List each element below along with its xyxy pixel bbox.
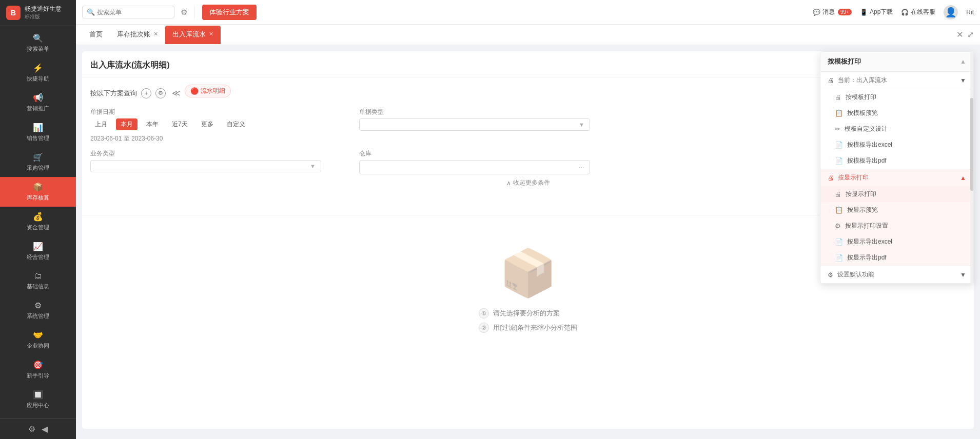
sidebar-item-label: 快捷导航	[27, 75, 49, 83]
set-default-header[interactable]: ⚙ 设置默认功能 ▼	[820, 266, 973, 283]
close-window-icon[interactable]: ✕	[956, 30, 963, 39]
custom-item-icon: ✏	[835, 125, 840, 133]
set-default-arrow: ▼	[960, 271, 966, 278]
message-button[interactable]: 💬 消息 99+	[813, 8, 852, 16]
excel-item-icon: 📄	[835, 141, 843, 149]
industry-solution-button[interactable]: 体验行业方案	[202, 5, 257, 20]
current-template-section: 🖨 当前：出入库流水 ▼	[820, 72, 973, 89]
this-month-btn[interactable]: 本月	[116, 118, 138, 130]
sidebar-item-label: 应用中心	[27, 402, 49, 409]
empty-illustration: 📦	[499, 246, 557, 300]
display-export-pdf-item[interactable]: 📄 按显示导出pdf	[820, 250, 973, 266]
sidebar-item-label: 营销推广	[27, 105, 49, 112]
more-btn[interactable]: 更多	[197, 118, 218, 130]
message-icon: 💬	[813, 9, 820, 16]
tab-batch-close-icon[interactable]: ✕	[153, 31, 158, 37]
display-print-label: 按显示打印	[846, 190, 876, 198]
sidebar-item-sales[interactable]: 📊 销售管理	[0, 117, 76, 147]
settings-footer-icon[interactable]: ⚙	[28, 424, 35, 434]
sales-icon: 📊	[33, 123, 43, 132]
this-year-btn[interactable]: 本年	[142, 118, 163, 130]
pdf-item-icon: 📄	[835, 157, 843, 165]
display-section-label: 按显示打印	[838, 173, 869, 182]
filter-settings-button[interactable]: ⚙	[155, 88, 166, 98]
current-template-header[interactable]: 🖨 当前：出入库流水 ▼	[820, 72, 973, 89]
doctype-select[interactable]: ▼	[359, 118, 590, 131]
custom-btn[interactable]: 自定义	[222, 118, 250, 130]
template-print-item[interactable]: 🖨 按模板打印	[820, 89, 973, 105]
search-box[interactable]: 🔍	[82, 6, 174, 18]
display-excel-icon: 📄	[835, 238, 843, 246]
display-export-excel-label: 按显示导出excel	[847, 237, 892, 246]
warehouse-select[interactable]: ···	[359, 160, 590, 174]
tab-home[interactable]: 首页	[82, 26, 110, 44]
business-filter-label: 业务类型	[90, 149, 347, 158]
online-service-label: 在线客服	[911, 8, 935, 16]
current-template-arrow: ▼	[960, 77, 966, 84]
filter-group-business: 业务类型 ▼	[90, 149, 347, 172]
template-custom-item[interactable]: ✏ 模板自定义设计	[820, 121, 973, 137]
warehouse-filter-label: 仓库	[359, 149, 616, 158]
display-print-header[interactable]: 🖨 按显示打印 ▲	[820, 169, 973, 186]
page-title: 出入库流水(流水明细)	[90, 60, 170, 71]
business-select[interactable]: ▼	[90, 160, 321, 172]
coop-icon: 🤝	[33, 330, 43, 340]
sidebar-item-wechat[interactable]: 💬 企业微信	[0, 414, 76, 418]
sidebar-item-guide[interactable]: 🎯 新手引导	[0, 355, 76, 385]
dropdown-scrollbar-thumb[interactable]	[970, 98, 973, 191]
tab-batch[interactable]: 库存批次账 ✕	[110, 26, 165, 44]
filter-collapse-icon[interactable]: ≪	[172, 88, 181, 98]
collapse-label: 收起更多条件	[513, 178, 550, 187]
tab-flow[interactable]: 出入库流水 ✕	[165, 26, 221, 44]
display-print-settings-item[interactable]: ⚙ 按显示打印设置	[820, 218, 973, 234]
sidebar-item-business[interactable]: 📈 经营管理	[0, 236, 76, 266]
sidebar-item-coop[interactable]: 🤝 企业协同	[0, 325, 76, 355]
display-export-excel-item[interactable]: 📄 按显示导出excel	[820, 234, 973, 250]
preview-item-icon: 📋	[835, 109, 843, 117]
message-badge: 99+	[838, 9, 852, 15]
last7days-btn[interactable]: 近7天	[167, 118, 192, 130]
display-settings-icon: ⚙	[835, 222, 841, 230]
sidebar-item-apps[interactable]: 🔲 应用中心	[0, 385, 76, 414]
template-export-excel-label: 按模板导出excel	[847, 141, 892, 149]
template-export-pdf-item[interactable]: 📄 按模板导出pdf	[820, 153, 973, 169]
avatar[interactable]: 👤	[944, 5, 958, 19]
filter-add-button[interactable]: +	[141, 88, 151, 98]
last-month-btn[interactable]: 上月	[90, 118, 112, 130]
sidebar-item-system[interactable]: ⚙ 系统管理	[0, 295, 76, 325]
expand-icon[interactable]: ⤢	[967, 30, 974, 39]
sidebar-item-search[interactable]: 🔍 搜索菜单	[0, 28, 76, 58]
empty-steps: ① 请先选择要分析的方案 ② 用[过滤]条件来缩小分析范围	[479, 308, 577, 333]
shortcut-icon: ⚡	[33, 63, 43, 73]
apps-icon: 🔲	[33, 390, 43, 400]
sidebar-item-finance[interactable]: 💰 资金管理	[0, 207, 76, 236]
filter-label: 按以下方案查询	[90, 89, 137, 98]
collapse-sidebar-icon[interactable]: ◀	[42, 424, 48, 434]
sidebar-item-label: 销售管理	[27, 134, 49, 142]
online-service-button[interactable]: 🎧 在线客服	[901, 8, 935, 16]
sidebar-item-inventory[interactable]: 📦 库存核算	[0, 177, 76, 207]
sidebar-item-basic[interactable]: 🗂 基础信息	[0, 266, 76, 295]
template-export-pdf-label: 按模板导出pdf	[847, 156, 887, 165]
date-filter-label: 单据日期	[90, 108, 347, 116]
app-name: 畅捷通好生意	[25, 5, 62, 13]
display-preview-item[interactable]: 📋 按显示预览	[820, 202, 973, 218]
date-quick-buttons: 上月 本月 本年 近7天 更多 自定义	[90, 118, 347, 130]
sidebar-item-purchase[interactable]: 🛒 采购管理	[0, 147, 76, 177]
sidebar-item-marketing[interactable]: 📢 营销推广	[0, 88, 76, 117]
search-input[interactable]	[97, 9, 159, 16]
app-download-button[interactable]: 📱 App下载	[860, 8, 893, 16]
display-print-item[interactable]: 🖨 按显示打印	[820, 186, 973, 202]
topbar-gear-icon[interactable]: ⚙	[181, 8, 187, 17]
filter-group-warehouse: 仓库 ···	[359, 149, 616, 174]
doctype-dropdown-arrow: ▼	[579, 122, 584, 128]
print-dropdown-close-icon[interactable]: ▲	[960, 58, 966, 65]
display-print-section: 🖨 按显示打印 ▲ 🖨 按显示打印 📋 按显示预览 ⚙ 按显示打印设置 📄 按显…	[820, 169, 973, 266]
template-export-excel-item[interactable]: 📄 按模板导出excel	[820, 137, 973, 153]
sidebar-item-shortcut[interactable]: ⚡ 快捷导航	[0, 58, 76, 88]
tab-flow-close-icon[interactable]: ✕	[209, 31, 213, 37]
template-preview-item[interactable]: 📋 按模板预览	[820, 105, 973, 121]
filter-group-date: 单据日期 上月 本月 本年 近7天 更多 自定义 2023-06-01 至 20…	[90, 108, 347, 143]
sidebar-nav: 🔍 搜索菜单 ⚡ 快捷导航 📢 营销推广 📊 销售管理 🛒 采购管理 📦 库存核…	[0, 26, 76, 418]
system-icon: ⚙	[34, 301, 42, 310]
